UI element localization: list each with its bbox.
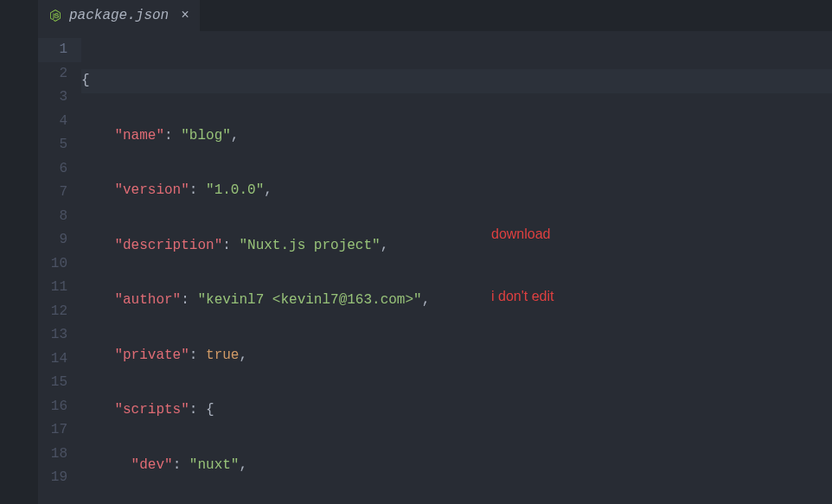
code-line: { bbox=[81, 69, 832, 93]
line-number: 5 bbox=[38, 133, 81, 157]
line-number: 17 bbox=[38, 418, 81, 443]
annotation-text: download bbox=[491, 224, 554, 245]
line-number-gutter: 1 2 3 4 5 6 7 8 9 10 11 12 13 14 15 16 1… bbox=[38, 31, 81, 504]
line-number: 11 bbox=[38, 276, 81, 300]
line-number: 7 bbox=[38, 181, 81, 205]
code-line: "dev": "nuxt", bbox=[81, 454, 832, 478]
code-editor[interactable]: 1 2 3 4 5 6 7 8 9 10 11 12 13 14 15 16 1… bbox=[0, 31, 832, 504]
editor-left-panel bbox=[0, 31, 38, 504]
code-line: "name": "blog", bbox=[81, 124, 832, 149]
line-number: 4 bbox=[38, 110, 81, 134]
tab-bar: package.json × bbox=[0, 0, 832, 31]
code-content[interactable]: { "name": "blog", "version": "1.0.0", "d… bbox=[81, 31, 832, 504]
line-number: 14 bbox=[38, 348, 81, 372]
line-number: 9 bbox=[38, 228, 81, 252]
line-number: 10 bbox=[38, 252, 81, 277]
code-line: "scripts": { bbox=[81, 399, 832, 423]
line-number: 13 bbox=[38, 323, 81, 348]
annotation-text: i don't edit bbox=[491, 286, 554, 307]
line-number: 12 bbox=[38, 300, 81, 324]
line-number: 15 bbox=[38, 371, 81, 395]
tab-package-json[interactable]: package.json × bbox=[38, 0, 200, 31]
annotation-overlay: download i don't edit bbox=[491, 182, 554, 348]
line-number: 6 bbox=[38, 157, 81, 182]
line-number: 18 bbox=[38, 443, 81, 467]
line-number: 16 bbox=[38, 395, 81, 419]
code-line: "private": true, bbox=[81, 344, 832, 368]
nodejs-icon bbox=[48, 9, 62, 22]
line-number: 3 bbox=[38, 86, 81, 110]
line-number: 8 bbox=[38, 205, 81, 229]
code-line: "author": "kevinl7 <kevinl7@163.com>", bbox=[81, 289, 832, 313]
tab-filename: package.json bbox=[69, 8, 169, 23]
code-line: "version": "1.0.0", bbox=[81, 179, 832, 203]
close-icon[interactable]: × bbox=[181, 8, 189, 23]
line-number: 1 bbox=[38, 38, 81, 62]
code-line: "description": "Nuxt.js project", bbox=[81, 234, 832, 258]
line-number: 2 bbox=[38, 62, 81, 86]
line-number: 19 bbox=[38, 466, 81, 490]
